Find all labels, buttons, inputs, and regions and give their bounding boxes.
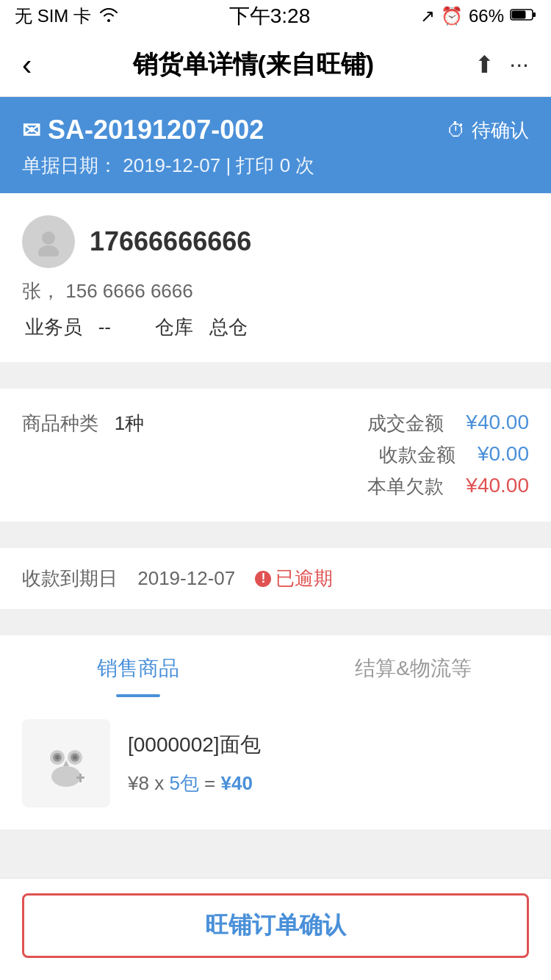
amount-value: ¥40.00 (466, 411, 529, 436)
customer-name: 张， 156 6666 6666 (22, 278, 529, 304)
sales-value: -- (98, 316, 111, 338)
product-thumbnail (22, 719, 110, 807)
bottom-bar: 旺铺订单确认 (0, 878, 551, 980)
amount-row: 成交金额 ¥40.00 (367, 411, 529, 436)
due-label: 收款到期日 (22, 566, 118, 591)
product-type-value: 1种 (115, 412, 144, 434)
battery-icon (510, 6, 536, 26)
customer-card: 17666666666 张， 156 6666 6666 业务员 -- 仓库 总… (0, 193, 551, 362)
share-button[interactable]: ⬆ (475, 51, 494, 79)
received-row: 收款金额 ¥0.00 (379, 442, 529, 468)
tab-settlement[interactable]: 结算&物流等 (276, 635, 551, 697)
svg-rect-1 (533, 12, 536, 17)
due-section: 收款到期日 2019-12-07 ! 已逾期 (0, 548, 551, 609)
location-icon: ↗ (420, 6, 435, 26)
svg-point-3 (42, 231, 55, 245)
warehouse-label: 仓库 (155, 316, 193, 338)
order-date: 2019-12-07 (123, 154, 220, 176)
order-date-label: 单据日期： (22, 154, 118, 176)
sales-row: 业务员 -- (25, 314, 111, 340)
svg-marker-11 (63, 760, 69, 766)
svg-rect-2 (512, 11, 526, 19)
received-label: 收款金额 (379, 442, 455, 468)
nav-bar-right: ⬆ ··· (475, 51, 529, 79)
print-unit: 次 (295, 154, 314, 176)
due-date: 2019-12-07 (137, 567, 235, 590)
status-icon: ⏱ (447, 119, 466, 142)
sales-label: 业务员 (25, 316, 82, 338)
warehouse-row: 仓库 总仓 (155, 314, 248, 340)
order-header-card: ✉ SA-20191207-002 ⏱ 待确认 单据日期： 2019-12-07… (0, 97, 551, 193)
order-header-top: ✉ SA-20191207-002 ⏱ 待确认 (22, 115, 529, 145)
summary-right: 成交金额 ¥40.00 收款金额 ¥0.00 本单欠款 ¥40.00 (367, 411, 529, 500)
summary-card: 商品种类 1种 成交金额 ¥40.00 收款金额 ¥0.00 本单欠款 ¥40.… (0, 389, 551, 522)
customer-top: 17666666666 (22, 215, 529, 268)
amount-label: 成交金额 (367, 411, 444, 436)
divider-3 (0, 622, 551, 635)
back-button[interactable]: ‹ (22, 50, 32, 79)
divider-1 (0, 375, 551, 389)
page-title: 销货单详情(来自旺铺) (133, 48, 375, 82)
print-label: 打印 (236, 154, 274, 176)
alarm-icon: ⏰ (441, 6, 463, 26)
overdue-badge: ! 已逾期 (255, 566, 333, 591)
tabs: 销售商品 结算&物流等 (0, 635, 551, 697)
total-value: ¥40 (221, 772, 253, 794)
tab-sales-products[interactable]: 销售商品 (0, 635, 276, 697)
owed-label: 本单欠款 (367, 474, 444, 500)
product-price: ¥8 x 5包 = ¥40 (128, 771, 529, 796)
product-name: [0000002]面包 (128, 731, 529, 759)
product-info: [0000002]面包 ¥8 x 5包 = ¥40 (128, 731, 529, 796)
customer-meta: 业务员 -- 仓库 总仓 (22, 314, 529, 340)
sim-text: 无 SIM 卡 (15, 4, 91, 28)
svg-rect-14 (76, 777, 84, 779)
warehouse-value: 总仓 (209, 316, 248, 338)
more-button[interactable]: ··· (509, 51, 529, 78)
status-bar-left: 无 SIM 卡 (15, 4, 119, 28)
order-icon: ✉ (22, 118, 40, 143)
multiply-sign: x (154, 772, 169, 794)
received-value: ¥0.00 (478, 442, 529, 468)
svg-point-12 (51, 766, 81, 787)
product-item: [0000002]面包 ¥8 x 5包 = ¥40 (0, 697, 551, 830)
product-list: [0000002]面包 ¥8 x 5包 = ¥40 (0, 697, 551, 830)
customer-section: 17666666666 张， 156 6666 6666 业务员 -- 仓库 总… (0, 193, 551, 362)
svg-point-9 (55, 755, 60, 760)
owed-row: 本单欠款 ¥40.00 (367, 474, 529, 500)
product-type-row: 商品种类 1种 (22, 411, 144, 436)
status-text: 待确认 (472, 118, 529, 143)
overdue-text: 已逾期 (276, 566, 333, 591)
order-id: ✉ SA-20191207-002 (22, 115, 264, 145)
equals-sign: = (204, 772, 220, 794)
svg-point-4 (38, 245, 59, 256)
summary-left: 商品种类 1种 (22, 411, 144, 436)
price-value: ¥8 (128, 772, 149, 794)
divider-2 (0, 535, 551, 548)
battery-text: 66% (469, 6, 504, 26)
summary-section: 商品种类 1种 成交金额 ¥40.00 收款金额 ¥0.00 本单欠款 ¥40.… (0, 389, 551, 522)
order-meta: 单据日期： 2019-12-07 | 打印 0 次 (22, 153, 529, 179)
status-bar-time: 下午3:28 (229, 2, 311, 30)
product-type-label: 商品种类 (22, 412, 98, 434)
avatar (22, 215, 75, 268)
wifi-icon (98, 6, 119, 26)
order-separator: | (226, 154, 236, 176)
tab-settlement-label: 结算&物流等 (355, 657, 472, 680)
tab-sales-label: 销售商品 (97, 657, 179, 680)
status-bar: 无 SIM 卡 下午3:28 ↗ ⏰ 66% (0, 0, 551, 32)
svg-point-10 (73, 755, 77, 760)
print-count: 0 (280, 154, 290, 176)
status-bar-right: ↗ ⏰ 66% (420, 6, 536, 26)
order-id-text: SA-20191207-002 (48, 115, 264, 145)
overdue-icon: ! (255, 571, 271, 587)
nav-bar: ‹ 销货单详情(来自旺铺) ⬆ ··· (0, 32, 551, 97)
owed-value: ¥40.00 (466, 474, 529, 500)
customer-phone: 17666666666 (90, 226, 251, 257)
status-badge: ⏱ 待确认 (447, 118, 529, 143)
nav-bar-left: ‹ (22, 50, 32, 79)
qty-value: 5包 (169, 772, 198, 794)
confirm-button[interactable]: 旺铺订单确认 (22, 893, 529, 958)
